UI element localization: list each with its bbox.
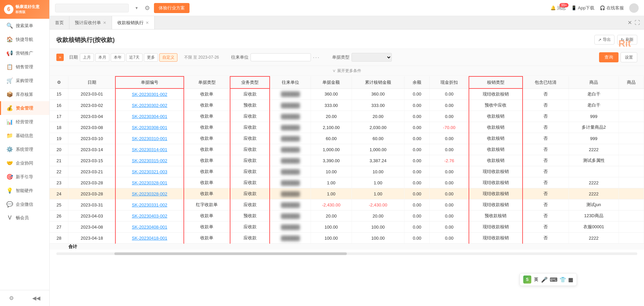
sidebar-item-system[interactable]: ⚙️ 系统管理 bbox=[0, 142, 49, 156]
partner-input[interactable] bbox=[251, 53, 311, 61]
table-cell: 21 bbox=[50, 155, 68, 166]
sidebar-item-cooperation[interactable]: 🤝 企业协同 bbox=[0, 156, 49, 170]
col-balance[interactable]: 余额 bbox=[405, 76, 430, 88]
shirt-icon[interactable]: 👕 bbox=[559, 277, 566, 283]
table-cell[interactable]: SK-20230314-001 bbox=[115, 144, 183, 155]
table-scrollbar[interactable] bbox=[56, 252, 637, 255]
topbar-gear-icon[interactable]: ⚙ bbox=[145, 4, 150, 12]
sidebar-item-search[interactable]: 🔍 搜索菜单 bbox=[0, 19, 49, 33]
last-month-btn[interactable]: 上月 bbox=[80, 53, 94, 62]
filter-expand-button[interactable]: » bbox=[56, 54, 64, 61]
phone-icon: 📱 bbox=[571, 5, 577, 10]
this-month-btn[interactable]: 本月 bbox=[95, 53, 109, 62]
table-cell: 应收款 bbox=[230, 155, 270, 166]
sidebar-item-finance[interactable]: 💰 资金管理 bbox=[0, 101, 49, 115]
tab-collection[interactable]: 收款核销执行 ✕ bbox=[112, 16, 155, 29]
filter-setting-button[interactable]: 设置 bbox=[621, 52, 637, 62]
table-cell[interactable]: SK-20230302-002 bbox=[115, 100, 183, 111]
col-cancel-type[interactable]: 核销类型 bbox=[469, 76, 523, 88]
table-row: 202023-03-14SK-20230314-001收款单应收款██████1… bbox=[50, 144, 644, 155]
more-date-btn[interactable]: 更多 bbox=[144, 53, 158, 62]
table-cell[interactable]: SK-20230328-002 bbox=[115, 188, 183, 199]
table-cell[interactable]: SK-20230310-001 bbox=[115, 133, 183, 144]
col-discount[interactable]: 现金折扣 bbox=[430, 76, 469, 88]
col-include-settled[interactable]: 包含已结清 bbox=[523, 76, 569, 88]
col-biz-type[interactable]: 业务类型 bbox=[230, 76, 270, 88]
search-input[interactable] bbox=[55, 4, 129, 12]
table-cell bbox=[569, 166, 619, 177]
message-button[interactable]: 🔔 消息 99+ bbox=[550, 5, 566, 11]
table-footer-row: 合计 bbox=[50, 244, 644, 250]
keyboard-icon[interactable]: ⌨ bbox=[550, 277, 557, 283]
expand-more-bar[interactable]: ∨ 展开更多条件 bbox=[50, 66, 644, 76]
online-service-button[interactable]: 🎧 在线客服 bbox=[600, 5, 624, 11]
sidebar-item-marketing[interactable]: 📢 营销推广 bbox=[0, 46, 49, 60]
table-cell: 红字收款单 bbox=[184, 199, 230, 210]
this-year-btn[interactable]: 本年 bbox=[111, 53, 125, 62]
table-row: 212023-03-15SK-20230315-002收款单应收款██████3… bbox=[50, 155, 644, 166]
home-icon: 🏠 bbox=[6, 36, 13, 43]
sidebar-item-smart-hw[interactable]: 💡 智能硬件 bbox=[0, 184, 49, 197]
dropdown-arrow[interactable]: ▾ bbox=[133, 4, 141, 12]
table-cell[interactable]: SK-20230308-001 bbox=[115, 122, 183, 133]
avatar[interactable] bbox=[629, 3, 639, 13]
table-cell: 1.00 bbox=[352, 177, 405, 188]
sidebar-item-wechat[interactable]: 💬 企业微信 bbox=[0, 197, 49, 211]
table-cell[interactable]: SK-20230418-001 bbox=[115, 233, 183, 244]
table-cell: 27 bbox=[50, 222, 68, 233]
col-doc-type[interactable]: 单据类型 bbox=[184, 76, 230, 88]
sidebar-item-purchase[interactable]: 🛒 采购管理 bbox=[0, 74, 49, 87]
table-cell[interactable]: SK-20230408-001 bbox=[115, 222, 183, 233]
sidebar-item-quick-nav[interactable]: 🏠 快捷导航 bbox=[0, 33, 49, 46]
grid-icon[interactable]: ▦ bbox=[568, 277, 573, 283]
table-cell[interactable]: SK-20230304-001 bbox=[115, 111, 183, 122]
table-cell: 预收中应收 bbox=[469, 100, 523, 111]
tab-close-prereceipt[interactable]: ✕ bbox=[103, 20, 106, 25]
sidebar-item-beginner[interactable]: 🎯 新手引导 bbox=[0, 170, 49, 184]
sidebar-item-operations[interactable]: 📊 经营管理 bbox=[0, 115, 49, 129]
col-date[interactable]: 日期 bbox=[68, 76, 115, 88]
table-cell: 20.00 bbox=[352, 111, 405, 122]
table-cell: ██████ bbox=[270, 177, 311, 188]
table-cell[interactable]: SK-20230301-002 bbox=[115, 88, 183, 100]
col-verified[interactable]: 累计核销金额 bbox=[352, 76, 405, 88]
table-cell[interactable]: SK-20230321-003 bbox=[115, 166, 183, 177]
table-cell[interactable]: SK-20230331-002 bbox=[115, 199, 183, 210]
query-button[interactable]: 查询 bbox=[599, 52, 619, 62]
sidebar-item-sales[interactable]: 📋 销售管理 bbox=[0, 60, 49, 74]
sidebar-item-inventory[interactable]: 📦 库存核算 bbox=[0, 87, 49, 101]
table-cell: 0.00 bbox=[405, 210, 430, 222]
settings-bottom-btn[interactable]: ⚙ bbox=[6, 293, 17, 303]
tab-close-collection[interactable]: ✕ bbox=[146, 20, 149, 25]
table-cell: 应收款 bbox=[230, 88, 270, 100]
col-goods2[interactable]: 商品 bbox=[619, 76, 644, 88]
col-amount[interactable]: 单据金额 bbox=[311, 76, 352, 88]
tab-home[interactable]: 首页 bbox=[50, 16, 69, 29]
col-partner[interactable]: 往来单位 bbox=[270, 76, 311, 88]
table-cell[interactable]: SK-20230403-002 bbox=[115, 210, 183, 222]
recent7-btn[interactable]: 近7天 bbox=[126, 53, 143, 62]
col-doc-no[interactable]: 单据编号 bbox=[115, 76, 183, 88]
tab-prereceipt[interactable]: 预计应收付单 ✕ bbox=[69, 16, 112, 29]
export-button[interactable]: ↗ 导出 bbox=[594, 35, 614, 45]
app-download-button[interactable]: 📱 App下载 bbox=[571, 5, 594, 11]
custom-date-btn[interactable]: 自定义 bbox=[159, 53, 177, 62]
table-cell: 0.00 bbox=[430, 210, 469, 222]
col-goods[interactable]: 商品 bbox=[569, 76, 619, 88]
doc-type-select[interactable] bbox=[352, 53, 392, 62]
tab-close-btn[interactable]: ✕ bbox=[628, 19, 632, 26]
table-cell[interactable]: SK-20230315-002 bbox=[115, 155, 183, 166]
table-cell: 18 bbox=[50, 122, 68, 133]
tab-expand-btn[interactable]: ⛶ bbox=[635, 20, 640, 26]
table-cell: 0.00 bbox=[430, 222, 469, 233]
mic-icon[interactable]: 🎤 bbox=[541, 277, 548, 283]
collapse-btn[interactable]: ◀◀ bbox=[29, 293, 44, 303]
solution-button[interactable]: 体验行业方案 bbox=[154, 3, 190, 13]
table-cell: 应收款 bbox=[230, 222, 270, 233]
sidebar-item-basic-info[interactable]: 📁 基础信息 bbox=[0, 129, 49, 142]
sidebar-item-member[interactable]: V 畅会员 bbox=[0, 211, 49, 225]
table-cell[interactable]: SK-20230328-001 bbox=[115, 177, 183, 188]
table-cell: 2023-04-03 bbox=[68, 210, 115, 222]
col-gear[interactable]: ⚙ bbox=[50, 76, 68, 88]
table-cell: 应收款 bbox=[230, 111, 270, 122]
